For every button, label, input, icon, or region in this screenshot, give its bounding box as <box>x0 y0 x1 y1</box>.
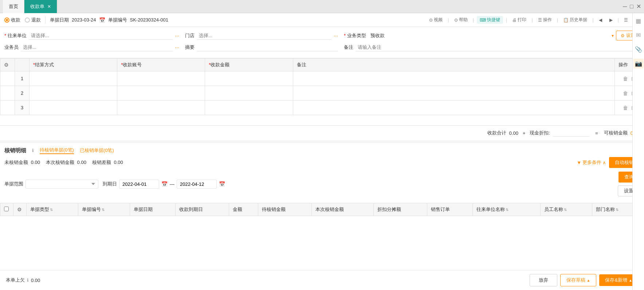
th-gear: ⚙ <box>0 59 15 71</box>
delete-icon-1[interactable]: 🗑 <box>623 76 628 82</box>
main-table-wrapper: ⚙ *结算方式 *收款账号 *收款金额 备注 操作 1 <box>0 58 644 125</box>
date-from-icon[interactable]: 📅 <box>161 181 168 187</box>
td-num-1: 1 <box>15 71 30 86</box>
minimize-icon[interactable]: ─ <box>623 3 627 10</box>
staff-label: 业务员 <box>4 44 19 51</box>
list-view-btn[interactable]: ☰ <box>622 17 630 23</box>
table-settings-gear[interactable]: ⚙ <box>4 62 9 68</box>
tab-receipt[interactable]: 收款单 ✕ <box>24 0 57 13</box>
td-num-3: 3 <box>15 101 30 115</box>
reconcile-title: 核销明细 <box>4 147 26 154</box>
counterpart-more-btn[interactable]: ··· <box>175 33 179 39</box>
biz-type-label: * 业务类型 <box>344 32 366 39</box>
right-sidebar: ▦ ✉ 📎 📷 <box>632 13 644 290</box>
td-settlement-1[interactable] <box>30 71 117 86</box>
radio-refund-label: 退款 <box>31 17 41 23</box>
th-account: *收款账号 <box>117 59 205 71</box>
help-btn[interactable]: ⊙ 帮助 <box>452 16 470 24</box>
current-reconcile-stat: 本次核销金额 0.00 <box>46 159 86 166</box>
save-new-arrow-icon: ▲ <box>629 278 632 282</box>
draft-btn[interactable]: 保存草稿 ▲ <box>560 274 597 286</box>
staff-more-btn[interactable]: ··· <box>175 44 179 50</box>
td-remark-1[interactable] <box>293 71 615 86</box>
radio-receipt[interactable]: 收款 <box>4 17 20 23</box>
receivable-label: 可核销金额 <box>604 130 628 136</box>
td-settlement-3[interactable] <box>30 101 117 115</box>
td-amount-2[interactable] <box>205 86 293 101</box>
td-account-2[interactable] <box>117 86 205 101</box>
tab-home[interactable]: 首页 <box>3 0 24 13</box>
td-account-3[interactable] <box>117 101 205 115</box>
current-info-icon[interactable]: ℹ <box>27 278 29 283</box>
close-icon[interactable]: ✕ <box>636 3 641 10</box>
delete-icon-3[interactable]: 🗑 <box>623 105 628 111</box>
tab-close-icon[interactable]: ✕ <box>47 4 51 9</box>
reconcile-info-icon[interactable]: ℹ <box>32 148 34 153</box>
form-row-2: 业务员 ··· 摘要 备注 <box>4 43 640 51</box>
td-amount-1[interactable] <box>205 71 293 86</box>
date-from-input[interactable] <box>119 180 159 189</box>
sum-label: 收款合计 <box>487 130 506 136</box>
th-due-date: 收款到期日 <box>175 203 229 216</box>
nav-next[interactable]: ▶ <box>607 17 615 23</box>
delete-icon-2[interactable]: 🗑 <box>623 90 628 96</box>
store-input[interactable] <box>197 32 331 40</box>
bottom-left: 本单上欠 ℹ 0.00 <box>6 277 40 283</box>
history-btn[interactable]: 📋 历史单据 <box>561 16 589 24</box>
discount-label: 现金折扣: <box>530 130 550 136</box>
td-account-1[interactable] <box>117 71 205 86</box>
sum-value: 0.00 <box>509 130 518 136</box>
date-label: 单据日期 <box>50 17 69 23</box>
pending-tab[interactable]: 待核销单据(0笔) <box>40 147 74 154</box>
bottom-table-settings-gear[interactable]: ⚙ <box>17 207 22 212</box>
reconcile-table-header: ⚙ 单据类型⇅ 单据编号⇅ 单据日期 收款到期日 金额 待核销金额 本次核销金额… <box>0 203 644 216</box>
date-to-icon[interactable]: 📅 <box>219 181 225 187</box>
completed-tab[interactable]: 已核销单据(0笔) <box>80 147 114 154</box>
date-to-input[interactable] <box>177 180 217 189</box>
radio-dot-refund <box>25 17 30 23</box>
summary-input[interactable] <box>197 43 338 51</box>
td-remark-2[interactable] <box>293 86 615 101</box>
discard-btn[interactable]: 放弃 <box>530 274 557 286</box>
calendar-icon[interactable]: 📅 <box>99 17 105 23</box>
remark-input[interactable] <box>356 43 640 51</box>
staff-input[interactable] <box>21 43 173 51</box>
print-btn[interactable]: 🖨 打印 <box>510 16 529 24</box>
table-row: 2 🗑 ⊞ <box>0 86 644 101</box>
operation-btn[interactable]: ☰ 操作 <box>536 16 554 24</box>
maximize-icon[interactable]: □ <box>630 3 633 10</box>
sidebar-table-icon[interactable]: ▦ <box>634 16 643 26</box>
sidebar-clip-icon[interactable]: 📎 <box>633 44 644 54</box>
store-field: 门店 ··· <box>185 32 338 40</box>
td-settlement-2[interactable] <box>30 86 117 101</box>
plus-sign: + <box>523 130 526 136</box>
th-doc-type: 单据类型⇅ <box>27 203 78 216</box>
diff-stat: 核销差额 0.00 <box>92 159 123 166</box>
td-amount-3[interactable] <box>205 101 293 115</box>
store-more-btn[interactable]: ··· <box>334 33 338 39</box>
table-row: 3 🗑 ⊞ <box>0 101 644 115</box>
radio-refund[interactable]: 退款 <box>25 17 41 23</box>
date-separator: — <box>170 181 174 187</box>
nav-prev[interactable]: ◀ <box>597 17 604 23</box>
date-value: 2023-03-24 <box>72 17 96 23</box>
range-field: 单据范围 <box>4 180 98 189</box>
counterpart-input[interactable] <box>29 32 173 40</box>
more-conditions-btn[interactable]: ▼ 更多条件 ∧ <box>577 159 606 166</box>
diff-value: 0.00 <box>114 160 123 165</box>
reconcile-table: ⚙ 单据类型⇅ 单据编号⇅ 单据日期 收款到期日 金额 待核销金额 本次核销金额… <box>0 203 644 216</box>
video-btn[interactable]: ⊙ 视频 <box>427 16 445 24</box>
range-select[interactable] <box>25 180 98 189</box>
current-value: 0.00 <box>31 278 40 283</box>
number-value: SK-20230324-001 <box>130 17 169 23</box>
equals-sign: = <box>595 130 598 136</box>
sidebar-camera-icon[interactable]: 📷 <box>633 59 644 68</box>
shortcut-btn[interactable]: ⌨ 快捷键 <box>477 16 503 24</box>
sidebar-email-icon[interactable]: ✉ <box>635 30 642 40</box>
biz-type-arrow[interactable]: ▾ <box>612 33 614 38</box>
select-all-checkbox[interactable] <box>4 207 9 211</box>
td-gear-2 <box>0 86 15 101</box>
discount-input[interactable] <box>553 129 589 137</box>
td-remark-3[interactable] <box>293 101 615 115</box>
tab-bar: 首页 收款单 ✕ ─ □ ✕ <box>0 0 644 13</box>
